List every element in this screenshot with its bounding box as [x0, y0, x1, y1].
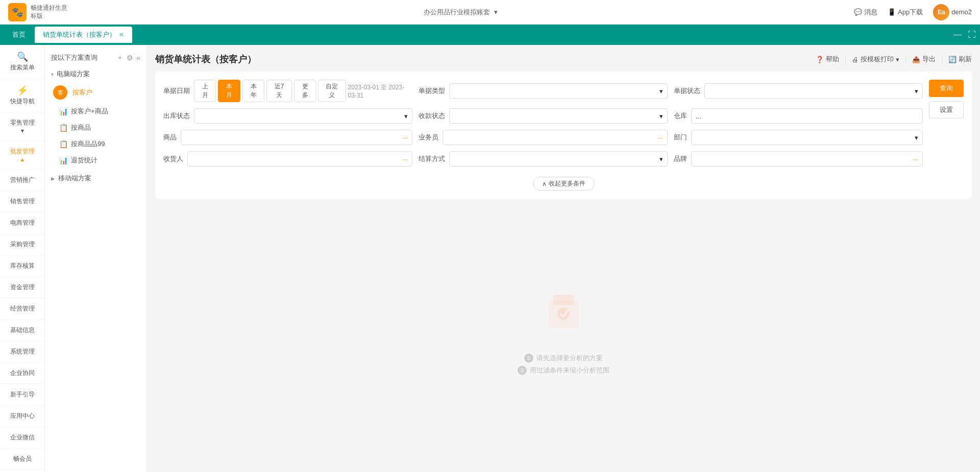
sidebar-item-enterprise-agreement[interactable]: 企业协同	[0, 363, 44, 384]
settings-button[interactable]: 设置	[929, 101, 964, 119]
payment-status-chevron-icon: ▾	[659, 112, 663, 120]
by-goods-99-icon: 📋	[59, 140, 68, 148]
doc-status-control[interactable]: ▾	[704, 83, 923, 99]
nav-item-refund-stats[interactable]: 📊 退货统计	[45, 152, 146, 169]
date-btn-more[interactable]: 更多	[294, 80, 316, 102]
tab-close-icon[interactable]: ✕	[119, 31, 124, 38]
brand-control[interactable]: ···	[691, 151, 923, 167]
sidebar-item-system[interactable]: 系统管理	[0, 341, 44, 363]
page-actions: ❓ 帮助 🖨 按模板打印 ▾ 📤 导出	[816, 55, 972, 64]
sidebar-item-member[interactable]: 畅会员	[0, 449, 44, 470]
empty-tip-2: ② 用过滤条件来缩小分析范围	[518, 366, 609, 375]
mobile-group-header[interactable]: ▶ 移动端方案	[45, 171, 146, 186]
desktop-group-header[interactable]: ▾ 电脑端方案	[45, 66, 146, 82]
logo-text: 畅捷通好生意 标版	[31, 4, 67, 20]
nav-add-icon[interactable]: ＋	[116, 53, 124, 62]
user-menu[interactable]: Ea demo2	[933, 4, 972, 20]
tip-num-1: ①	[524, 353, 533, 363]
tab-minimize-icon[interactable]: —	[953, 30, 962, 39]
recipient-dots: ···	[402, 155, 408, 163]
retail-arrow-icon: ▾	[21, 127, 24, 134]
sidebar-item-finance[interactable]: 资金管理	[0, 277, 44, 298]
mobile-group-arrow: ▶	[51, 176, 55, 181]
filter-with-buttons: 单据日期 上月 本月 本年 近7天 更多 自定义 2023-03-01 至 20…	[163, 80, 964, 173]
export-icon: 📤	[912, 56, 920, 63]
nav-item-by-customer[interactable]: 客 按客户	[45, 82, 146, 103]
message-icon: 💬	[854, 8, 862, 16]
nav-item-by-customer-goods[interactable]: 📊 按客户+商品	[45, 103, 146, 120]
payment-method-control[interactable]: ▾	[449, 151, 668, 167]
tab-home[interactable]: 首页	[4, 27, 34, 43]
sidebar-item-search[interactable]: 🔍 搜索菜单	[0, 45, 44, 79]
nav-item-by-goods-99[interactable]: 📋 按商品品99	[45, 136, 146, 152]
tab-expand-icon[interactable]: ⛶	[968, 30, 976, 39]
tab-sales-stats[interactable]: 销货单统计表（按客户） ✕	[35, 27, 132, 43]
export-btn[interactable]: 📤 导出	[912, 55, 936, 64]
doc-type-chevron-icon: ▾	[659, 87, 663, 95]
left-nav: 按以下方案查询 ＋ ⚙ « ▾ 电脑端方案 客 按客户 📊	[45, 45, 147, 472]
warehouse-control[interactable]: ...	[691, 108, 923, 124]
message-btn[interactable]: 💬 消息	[854, 8, 877, 17]
query-button[interactable]: 查询	[929, 80, 964, 97]
sidebar-item-purchase[interactable]: 采购管理	[0, 234, 44, 255]
page-title: 销货单统计表（按客户）	[155, 53, 256, 65]
sidebar-item-wholesale[interactable]: 批发管理 ▴	[0, 141, 44, 170]
warehouse-label: 仓库	[674, 111, 687, 121]
filter-row-3: 商品 ··· 业务员 ···	[163, 130, 923, 145]
help-icon: ❓	[816, 56, 824, 63]
payment-status-control[interactable]: ▾	[449, 108, 668, 124]
content-panel: 按以下方案查询 ＋ ⚙ « ▾ 电脑端方案 客 按客户 📊	[45, 45, 980, 472]
out-status-control[interactable]: ▾	[194, 108, 412, 124]
by-customer-goods-icon: 📊	[59, 107, 68, 115]
recipient-control[interactable]: ···	[187, 151, 412, 167]
industry-name: 办公用品行业模拟账套	[424, 8, 490, 17]
collapse-btn[interactable]: ∧ 收起更多条件	[533, 177, 594, 191]
app-download-btn[interactable]: 📱 App下载	[888, 8, 923, 17]
goods-control[interactable]: ···	[181, 130, 412, 145]
refresh-icon: 🔄	[948, 56, 957, 63]
dept-control[interactable]: ▾	[691, 130, 923, 145]
svg-point-2	[557, 308, 570, 320]
quicknav-icon: ⚡	[2, 85, 42, 96]
goods-dots: ···	[402, 134, 408, 141]
logo-line1: 畅捷通好生意	[31, 4, 67, 12]
sidebar-item-enterprise-wechat[interactable]: 企业微信	[0, 427, 44, 449]
sidebar-item-app-center[interactable]: 应用中心	[0, 406, 44, 427]
tab-bar: 首页 销货单统计表（按客户） ✕ — ⛶	[0, 25, 980, 45]
date-btn-this-year[interactable]: 本年	[242, 80, 264, 102]
nav-collapse-icon[interactable]: «	[136, 54, 140, 62]
sidebar-item-ecommerce[interactable]: 电商管理	[0, 213, 44, 234]
template-print-btn[interactable]: 🖨 按模板打印 ▾	[852, 55, 899, 64]
filter-row-4: 收货人 ··· 结算方式 ▾	[163, 151, 923, 167]
sidebar-item-sales[interactable]: 销售管理	[0, 191, 44, 213]
svg-rect-1	[553, 295, 574, 305]
collapse-arrow-icon: ∧	[542, 180, 547, 187]
sidebar-item-newbie[interactable]: 新手引导	[0, 384, 44, 406]
logo-line2: 标版	[31, 12, 67, 20]
help-btn[interactable]: ❓ 帮助	[816, 55, 839, 64]
nav-item-by-goods[interactable]: 📋 按商品	[45, 120, 146, 136]
refund-stats-icon: 📊	[59, 156, 68, 164]
date-btn-this-month[interactable]: 本月	[218, 80, 240, 102]
filter-row-2: 出库状态 ▾ 收款状态 ▾	[163, 108, 923, 124]
refresh-label: 刷新	[959, 55, 972, 64]
by-customer-goods-label: 按客户+商品	[71, 107, 108, 116]
nav-settings-icon[interactable]: ⚙	[127, 54, 133, 62]
out-status-label: 出库状态	[163, 111, 190, 121]
sidebar-item-quicknav[interactable]: ⚡ 快捷导航	[0, 79, 44, 112]
sidebar-item-marketing[interactable]: 营销推广	[0, 170, 44, 191]
print-arrow-icon: ▾	[896, 56, 899, 63]
sidebar-item-basic[interactable]: 基础信息	[0, 320, 44, 341]
doc-type-control[interactable]: ▾	[449, 83, 668, 99]
sidebar-item-retail[interactable]: 零售管理 ▾	[0, 112, 44, 141]
date-btn-last-7-days[interactable]: 近7天	[266, 80, 291, 102]
refresh-btn[interactable]: 🔄 刷新	[948, 55, 972, 64]
sidebar-item-operations[interactable]: 经营管理	[0, 298, 44, 320]
print-icon: 🖨	[852, 56, 859, 63]
sidebar-item-inventory[interactable]: 库存核算	[0, 255, 44, 277]
payment-status-cell: 收款状态 ▾	[419, 108, 668, 124]
date-btn-custom[interactable]: 自定义	[318, 80, 346, 102]
industry-selector[interactable]: 办公用品行业模拟账套 ▾	[424, 8, 498, 17]
date-btn-last-month[interactable]: 上月	[194, 80, 216, 102]
employee-control[interactable]: ···	[443, 130, 668, 145]
